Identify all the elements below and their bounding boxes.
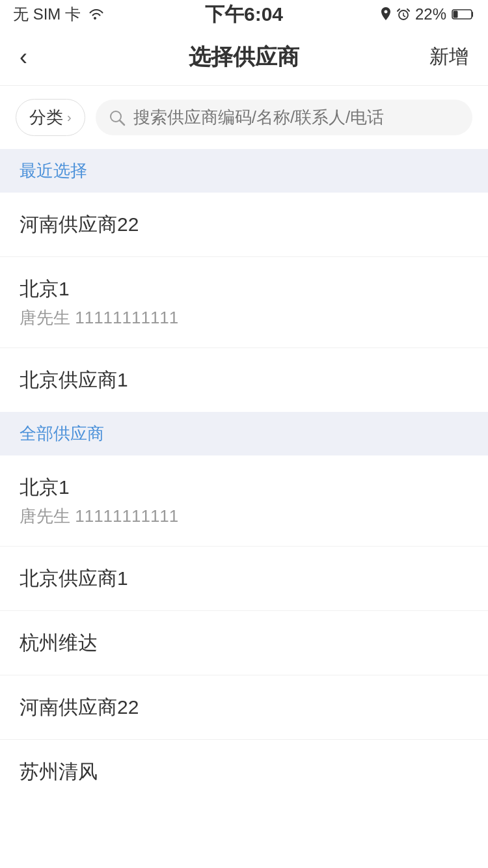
all-supplier-list: 北京1 唐先生 11111111111 北京供应商1 杭州维达 河南供应商22 …	[0, 455, 488, 804]
svg-line-4	[120, 120, 124, 125]
status-left: 无 SIM 卡	[13, 4, 105, 25]
recent-supplier-list: 河南供应商22 北京1 唐先生 11111111111 北京供应商1	[0, 193, 488, 412]
search-input[interactable]	[133, 107, 459, 128]
supplier-name: 北京供应商1	[20, 565, 468, 592]
supplier-name: 北京供应商1	[20, 366, 468, 394]
location-icon	[380, 7, 392, 21]
battery-icon	[452, 8, 475, 20]
list-item[interactable]: 杭州维达	[0, 611, 488, 675]
supplier-name: 河南供应商22	[20, 211, 468, 238]
alarm-icon	[397, 7, 410, 21]
supplier-contact: 唐先生 11111111111	[20, 505, 468, 528]
page-title: 选择供应商	[189, 42, 299, 72]
add-button[interactable]: 新增	[429, 44, 468, 70]
svg-rect-2	[454, 11, 458, 18]
search-bar	[96, 100, 472, 135]
chevron-right-icon: ›	[67, 110, 72, 125]
supplier-contact: 唐先生 11111111111	[20, 306, 468, 329]
recent-section-label: 最近选择	[20, 161, 87, 180]
search-icon	[109, 109, 126, 126]
category-button[interactable]: 分类 ›	[16, 99, 85, 136]
status-time: 下午6:04	[205, 1, 283, 28]
battery-percent: 22%	[415, 5, 446, 23]
supplier-name: 杭州维达	[20, 629, 468, 657]
list-item[interactable]: 北京供应商1	[0, 348, 488, 412]
list-item[interactable]: 苏州清风	[0, 740, 488, 804]
recent-section-header: 最近选择	[0, 149, 488, 193]
nav-bar: ‹ 选择供应商 新增	[0, 29, 488, 86]
list-item[interactable]: 河南供应商22	[0, 675, 488, 740]
wifi-icon	[87, 8, 105, 21]
no-sim-label: 无 SIM 卡	[13, 4, 81, 25]
status-right: 22%	[380, 5, 475, 23]
list-item[interactable]: 河南供应商22	[0, 193, 488, 257]
filter-bar: 分类 ›	[0, 86, 488, 149]
supplier-name: 北京1	[20, 474, 468, 501]
supplier-name: 北京1	[20, 275, 468, 303]
all-section-header: 全部供应商	[0, 412, 488, 455]
list-item[interactable]: 北京供应商1	[0, 547, 488, 611]
list-item[interactable]: 北京1 唐先生 11111111111	[0, 455, 488, 547]
status-bar: 无 SIM 卡 下午6:04 22%	[0, 0, 488, 29]
category-label: 分类	[29, 106, 63, 129]
list-item[interactable]: 北京1 唐先生 11111111111	[0, 257, 488, 348]
supplier-name: 河南供应商22	[20, 694, 468, 721]
supplier-name: 苏州清风	[20, 758, 468, 785]
all-section-label: 全部供应商	[20, 424, 104, 443]
back-button[interactable]: ‹	[13, 37, 34, 77]
